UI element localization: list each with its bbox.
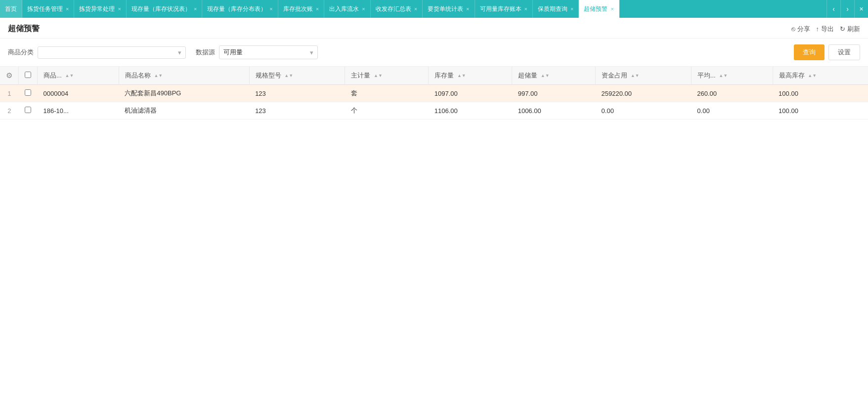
nav-tab-8[interactable]: 要货单统计表 × bbox=[423, 0, 475, 18]
export-label: 导出 bbox=[821, 25, 834, 34]
nav-tab-8-close[interactable]: × bbox=[466, 6, 469, 12]
col-capital-header[interactable]: 资金占用 ▲▼ bbox=[596, 67, 692, 85]
row-checkbox[interactable] bbox=[25, 89, 31, 96]
nav-tab-3[interactable]: 现存量（库存状况表） × bbox=[127, 0, 202, 18]
nav-tab-home[interactable]: 首页 bbox=[0, 0, 22, 18]
col-max-stock-header[interactable]: 最高库存 ▲▼ bbox=[773, 67, 868, 85]
row-checkbox-cell[interactable] bbox=[19, 85, 38, 102]
col-capital-label: 资金占用 bbox=[602, 72, 627, 79]
set-button[interactable]: 设置 bbox=[828, 44, 860, 60]
nav-tab-2-close[interactable]: × bbox=[118, 6, 121, 12]
nav-tab-7-close[interactable]: × bbox=[414, 6, 417, 12]
row-product-name-cell: 机油滤清器 bbox=[119, 102, 249, 119]
sort-arrows-capital: ▲▼ bbox=[631, 74, 640, 78]
refresh-button[interactable]: ↻ 刷新 bbox=[840, 25, 860, 34]
nav-arrows: ‹ › × bbox=[826, 0, 868, 18]
datasource-label: 数据源 bbox=[196, 48, 215, 57]
col-spec-header[interactable]: 规格型号 ▲▼ bbox=[249, 67, 345, 85]
row-stock-cell: 1106.00 bbox=[429, 102, 512, 119]
nav-tab-7[interactable]: 收发存汇总表 × bbox=[371, 0, 423, 18]
nav-tab-2[interactable]: 拣货异常处理 × bbox=[74, 0, 126, 18]
nav-tab-6[interactable]: 出入库流水 × bbox=[324, 0, 370, 18]
row-checkbox[interactable] bbox=[25, 107, 31, 113]
row-product-code-cell: 0000004 bbox=[38, 85, 119, 102]
row-over-stock-cell: 1006.00 bbox=[512, 102, 596, 119]
col-unit-header[interactable]: 主计量 ▲▼ bbox=[345, 67, 429, 85]
col-unit-label: 主计量 bbox=[351, 72, 370, 79]
row-over-stock-cell: 997.00 bbox=[512, 85, 596, 102]
row-avg-cell: 260.00 bbox=[691, 85, 773, 102]
col-over-stock-header[interactable]: 超储量 ▲▼ bbox=[512, 67, 596, 85]
nav-more-button[interactable]: × bbox=[854, 0, 868, 18]
nav-next-button[interactable]: › bbox=[840, 0, 854, 18]
table-row: 2 186-10... 机油滤清器 123 个 1106.00 1006.00 … bbox=[0, 102, 868, 119]
row-max-stock-cell: 100.00 bbox=[773, 102, 868, 119]
datasource-select[interactable]: 可用量 bbox=[219, 45, 318, 59]
table-row: 1 0000004 六配套新昌490BPG 123 套 1097.00 997.… bbox=[0, 85, 868, 102]
refresh-icon: ↻ bbox=[840, 25, 845, 33]
col-avg-header[interactable]: 平均... ▲▼ bbox=[691, 67, 773, 85]
nav-tab-4-close[interactable]: × bbox=[269, 6, 272, 12]
row-stock-cell: 1097.00 bbox=[429, 85, 512, 102]
nav-tab-4-label: 现存量（库存分布表） bbox=[207, 5, 266, 13]
col-stock-header[interactable]: 库存量 ▲▼ bbox=[429, 67, 512, 85]
row-product-code-cell: 186-10... bbox=[38, 102, 119, 119]
nav-tab-1-label: 拣货任务管理 bbox=[27, 5, 63, 13]
col-settings-header: ⚙ bbox=[0, 67, 19, 85]
nav-tab-11[interactable]: 超储预警 × bbox=[579, 0, 619, 18]
sort-arrows-max-stock: ▲▼ bbox=[808, 74, 817, 78]
row-avg-cell: 0.00 bbox=[691, 102, 773, 119]
data-table: ⚙ 商品... ▲▼ 商品名称 ▲▼ 规格型号 ▲▼ bbox=[0, 67, 868, 119]
nav-tab-1[interactable]: 拣货任务管理 × bbox=[22, 0, 74, 18]
export-button[interactable]: ↑ 导出 bbox=[816, 25, 834, 34]
nav-tab-1-close[interactable]: × bbox=[66, 6, 69, 12]
nav-tab-3-close[interactable]: × bbox=[194, 6, 197, 12]
share-button[interactable]: ⎋ 分享 bbox=[791, 25, 810, 34]
col-over-stock-label: 超储量 bbox=[518, 72, 537, 79]
nav-tab-9[interactable]: 可用量库存账本 × bbox=[475, 0, 533, 18]
nav-prev-button[interactable]: ‹ bbox=[826, 0, 840, 18]
row-product-name-cell: 六配套新昌490BPG bbox=[119, 85, 249, 102]
datasource-select-value: 可用量 bbox=[223, 48, 243, 57]
nav-tab-11-label: 超储预警 bbox=[584, 5, 608, 13]
nav-tab-3-label: 现存量（库存状况表） bbox=[131, 5, 191, 13]
nav-tab-9-close[interactable]: × bbox=[524, 6, 527, 12]
table-body: 1 0000004 六配套新昌490BPG 123 套 1097.00 997.… bbox=[0, 85, 868, 119]
col-product-code-header[interactable]: 商品... ▲▼ bbox=[38, 67, 119, 85]
sort-arrows-spec: ▲▼ bbox=[284, 74, 293, 78]
nav-tab-10-label: 保质期查询 bbox=[538, 5, 567, 13]
nav-tab-2-label: 拣货异常处理 bbox=[79, 5, 115, 13]
nav-tab-10-close[interactable]: × bbox=[570, 6, 573, 12]
nav-tab-5-close[interactable]: × bbox=[316, 6, 319, 12]
nav-tab-10[interactable]: 保质期查询 × bbox=[533, 0, 579, 18]
row-num-cell: 1 bbox=[0, 85, 19, 102]
top-nav: 首页 拣货任务管理 × 拣货异常处理 × 现存量（库存状况表） × 现存量（库存… bbox=[0, 0, 868, 18]
nav-tab-6-close[interactable]: × bbox=[362, 6, 365, 12]
nav-tab-9-label: 可用量库存账本 bbox=[480, 5, 521, 13]
col-max-stock-label: 最高库存 bbox=[779, 72, 805, 79]
nav-tab-8-label: 要货单统计表 bbox=[428, 5, 463, 13]
sort-arrows-avg: ▲▼ bbox=[719, 74, 728, 78]
settings-gear-icon[interactable]: ⚙ bbox=[6, 71, 12, 79]
nav-tab-11-close[interactable]: × bbox=[610, 6, 613, 12]
row-capital-cell: 0.00 bbox=[596, 102, 692, 119]
nav-tab-4[interactable]: 现存量（库存分布表） × bbox=[202, 0, 278, 18]
category-select[interactable] bbox=[38, 46, 186, 59]
page-title: 超储预警 bbox=[8, 24, 40, 34]
sort-arrows-product-code: ▲▼ bbox=[65, 74, 74, 78]
share-icon: ⎋ bbox=[791, 25, 795, 33]
col-spec-label: 规格型号 bbox=[256, 72, 281, 79]
select-all-checkbox[interactable] bbox=[25, 72, 31, 78]
sort-arrows-unit: ▲▼ bbox=[374, 74, 383, 78]
refresh-label: 刷新 bbox=[847, 25, 860, 34]
row-checkbox-cell[interactable] bbox=[19, 102, 38, 119]
page-header: 超储预警 ⎋ 分享 ↑ 导出 ↻ 刷新 bbox=[0, 18, 868, 39]
row-spec-cell: 123 bbox=[249, 85, 345, 102]
query-button[interactable]: 查询 bbox=[794, 44, 825, 60]
nav-tab-5[interactable]: 库存批次账 × bbox=[278, 0, 324, 18]
export-icon: ↑ bbox=[816, 25, 820, 33]
col-product-name-header[interactable]: 商品名称 ▲▼ bbox=[119, 67, 249, 85]
col-checkbox-header bbox=[19, 67, 38, 85]
share-label: 分享 bbox=[797, 25, 810, 34]
col-avg-label: 平均... bbox=[697, 72, 716, 79]
